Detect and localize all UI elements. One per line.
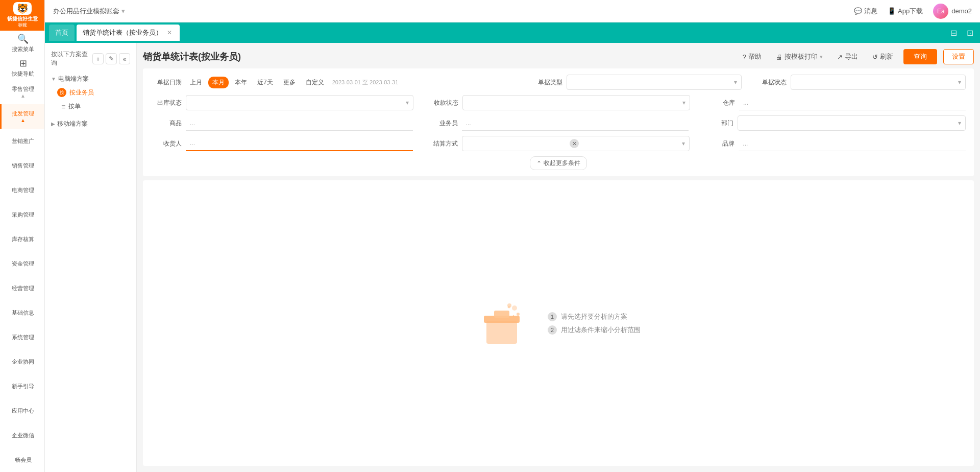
help-btn[interactable]: ? 帮助 <box>739 50 766 63</box>
date-label: 单据日期 <box>151 78 182 87</box>
collectstatus-select[interactable]: ▾ <box>462 95 690 110</box>
svg-rect-0 <box>486 321 517 344</box>
goods-input[interactable]: ... <box>186 115 413 131</box>
scheme-item-order[interactable]: ≡ 按单 <box>45 100 136 113</box>
date-filter: 上月 本月 本年 近7天 更多 自定义 2023-03-01 至 2023-03… <box>186 77 518 88</box>
tab-maximize-btn[interactable]: ⊡ <box>964 27 976 39</box>
sidebar-item-basic[interactable]: 基础信息 <box>0 300 44 325</box>
sidebar-item-appcenter[interactable]: 应用中心 <box>0 398 44 423</box>
doctype-select[interactable]: ▾ <box>567 75 742 90</box>
left-panel-header: 按以下方案查询 + ✎ « <box>45 47 136 70</box>
svg-text:✦: ✦ <box>512 314 515 318</box>
collapse-panel-btn[interactable]: « <box>119 53 130 64</box>
brand-label: 品牌 <box>704 139 734 148</box>
download-icon: 📱 <box>888 7 896 15</box>
empty-hint-2: 2 用过滤条件来缩小分析范围 <box>548 325 641 335</box>
receiver-label: 收货人 <box>151 139 182 148</box>
sidebar-item-enterprise[interactable]: 企业协同 <box>0 349 44 374</box>
account-selector[interactable]: 办公用品行业模拟账套 ▾ <box>53 7 125 16</box>
sidebar-item-inventory[interactable]: 库存核算 <box>0 227 44 251</box>
date-tab-custom[interactable]: 自定义 <box>302 77 328 88</box>
date-tab-lastmonth[interactable]: 上月 <box>186 77 206 88</box>
dept-label: 部门 <box>703 119 733 128</box>
app-download-btn[interactable]: 📱 App下载 <box>888 7 923 16</box>
brand-input[interactable]: ... <box>739 136 966 151</box>
date-tab-7days[interactable]: 近7天 <box>253 77 277 88</box>
sidebar-item-retail[interactable]: 零售管理 ▲ <box>0 80 44 104</box>
search-icon: 🔍 <box>17 33 29 44</box>
sidebar-item-system[interactable]: 系统管理 <box>0 325 44 349</box>
message-icon: 💬 <box>854 7 862 15</box>
left-panel-actions: + ✎ « <box>92 53 130 64</box>
receiver-input[interactable]: ... <box>186 136 413 151</box>
refresh-btn[interactable]: ↺ 刷新 <box>868 50 897 63</box>
message-btn[interactable]: 💬 消息 <box>854 7 877 16</box>
sidebar-item-wholesale[interactable]: 批发管理 ▲ <box>0 104 44 129</box>
collapse-filters-btn[interactable]: ⌃ 收起更多条件 <box>530 156 587 170</box>
order-icon: ≡ <box>61 103 65 111</box>
sidebar-item-finance[interactable]: 资金管理 <box>0 251 44 276</box>
sidebar-item-operations[interactable]: 经营管理 <box>0 276 44 300</box>
right-panel: 销货单统计表(按业务员) ? 帮助 🖨 按模板打印 ▾ ↗ 导出 <box>137 43 980 472</box>
logo-text: 畅捷信好生意 <box>7 16 38 22</box>
scheme-item-salesman[interactable]: 按 按业务员 <box>45 85 136 100</box>
sidebar-item-wechat[interactable]: 企业微信 <box>0 423 44 447</box>
tab-home[interactable]: 首页 <box>49 25 75 41</box>
left-panel-title: 按以下方案查询 <box>51 50 92 67</box>
collectstatus-label: 收款状态 <box>428 99 458 107</box>
template-print-btn[interactable]: 🖨 按模板打印 ▾ <box>772 50 827 63</box>
user-avatar-btn[interactable]: Ea demo2 <box>933 4 972 19</box>
docstatus-select[interactable]: ▾ <box>791 75 966 90</box>
scheme-group-mobile-header[interactable]: ▶ 移动端方案 <box>45 117 136 130</box>
sidebar-item-shortcut[interactable]: ⊞ 快捷导航 <box>0 55 44 80</box>
date-tab-more[interactable]: 更多 <box>279 77 300 88</box>
add-scheme-btn[interactable]: + <box>92 53 104 64</box>
filter-row-4: 收货人 ... 结算方式 ✕ ▾ 品牌 ... <box>151 136 966 151</box>
sidebar-item-ecommerce[interactable]: 电商管理 <box>0 178 44 202</box>
sidebar-item-newbie[interactable]: 新手引导 <box>0 374 44 398</box>
query-btn[interactable]: 查询 <box>903 49 937 64</box>
tab-current[interactable]: 销货单统计表（按业务员） ✕ <box>77 25 180 41</box>
outstatus-select[interactable]: ▾ <box>186 95 413 110</box>
settle-select[interactable]: ✕ ▾ <box>462 136 690 151</box>
date-tab-thisyear[interactable]: 本年 <box>231 77 251 88</box>
empty-hints: 1 请先选择要分析的方案 2 用过滤条件来缩小分析范围 <box>548 312 641 335</box>
chevron-down-icon: ▼ <box>51 76 56 82</box>
goods-label: 商品 <box>151 119 182 128</box>
scheme-group-mobile: ▶ 移动端方案 <box>45 115 136 132</box>
dept-select[interactable]: ▾ <box>738 115 966 131</box>
edit-scheme-btn[interactable]: ✎ <box>106 53 117 64</box>
export-btn[interactable]: ↗ 导出 <box>833 50 862 63</box>
settings-btn[interactable]: 设置 <box>943 49 974 64</box>
settle-clear-btn[interactable]: ✕ <box>570 139 579 148</box>
sidebar-item-marketing[interactable]: 营销推广 <box>0 129 44 153</box>
svg-text:✦: ✦ <box>507 304 511 310</box>
date-tab-thismonth[interactable]: 本月 <box>208 77 229 88</box>
sidebar-item-search[interactable]: 🔍 搜索菜单 <box>0 31 44 55</box>
warehouse-label: 仓库 <box>704 99 735 107</box>
empty-content: ✦ ✦ 1 请先选择要分析的方案 2 用过滤条件来缩小分析范围 <box>476 298 641 349</box>
chevron-right-icon: ▶ <box>51 121 55 127</box>
tab-bar-actions: ⊟ ⊡ <box>947 27 976 39</box>
hint-num-2: 2 <box>548 325 557 335</box>
scheme-group-desktop-header[interactable]: ▼ 电脑端方案 <box>45 73 136 85</box>
hint-num-1: 1 <box>548 312 557 321</box>
svg-point-4 <box>517 313 520 316</box>
warehouse-input[interactable]: ... <box>739 95 966 110</box>
header-right: 💬 消息 📱 App下载 Ea demo2 <box>854 4 972 19</box>
doctype-label: 单据类型 <box>532 78 562 87</box>
sidebar: 🐯 畅捷信好生意 标账 🔍 搜索菜单 ⊞ 快捷导航 零售管理 ▲ 批发管理 ▲ … <box>0 0 45 472</box>
sidebar-item-member[interactable]: 畅会员 <box>0 447 44 472</box>
sidebar-item-purchase[interactable]: 采购管理 <box>0 202 44 227</box>
tab-minimize-btn[interactable]: ⊟ <box>947 27 960 39</box>
settle-label: 结算方式 <box>427 139 458 148</box>
svg-point-3 <box>512 305 517 311</box>
collectstatus-arrow: ▾ <box>682 99 685 106</box>
sidebar-item-sales[interactable]: 销售管理 <box>0 153 44 178</box>
content-area: 按以下方案查询 + ✎ « ▼ 电脑端方案 按 按业务员 ≡ 按 <box>45 43 980 472</box>
salesman-input[interactable]: ... <box>462 115 689 131</box>
tab-close-btn[interactable]: ✕ <box>165 29 174 37</box>
collapse-row: ⌃ 收起更多条件 <box>151 156 966 170</box>
logo-sublabel: 标账 <box>18 22 27 29</box>
docstatus-arrow: ▾ <box>958 79 961 86</box>
